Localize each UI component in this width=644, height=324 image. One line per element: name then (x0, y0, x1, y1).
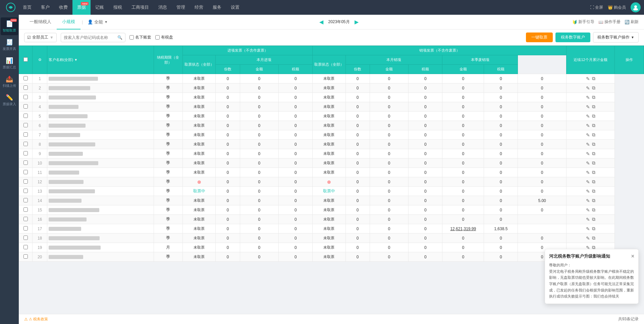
edit-btn[interactable]: ✎ (586, 95, 590, 100)
under-account-checkbox[interactable]: 名下账套 (129, 35, 151, 40)
row-checkbox[interactable] (23, 76, 28, 80)
edit-btn[interactable]: ✎ (586, 236, 590, 241)
edit-btn[interactable]: ✎ (586, 114, 590, 119)
user-avatar[interactable] (631, 2, 641, 12)
edit-btn[interactable]: ✎ (586, 142, 590, 147)
copy-btn[interactable]: ⧉ (592, 216, 595, 222)
nav-fee[interactable]: 收费 (54, 0, 72, 15)
manual-link[interactable]: 📖 操作手册 (598, 19, 621, 25)
copy-btn[interactable]: ⧉ (592, 85, 595, 91)
edit-btn[interactable]: ✎ (586, 189, 590, 194)
th-period[interactable]: 纳税期限（全部） (154, 46, 183, 74)
copy-btn[interactable]: ⧉ (592, 76, 595, 81)
copy-btn[interactable]: ⧉ (592, 123, 595, 128)
copy-btn[interactable]: ⧉ (592, 170, 595, 175)
copy-btn[interactable]: ⧉ (592, 226, 595, 232)
digital-tax-op-btn[interactable]: 税务数字账户操作 ▼ (593, 32, 639, 43)
edit-btn[interactable]: ✎ (586, 123, 590, 128)
row-checkbox[interactable] (23, 217, 28, 221)
nav-accounting[interactable]: 记账 (91, 0, 109, 15)
logo[interactable] (3, 0, 18, 15)
edit-btn[interactable]: ✎ (586, 151, 590, 156)
copy-btn[interactable]: ⧉ (592, 113, 595, 119)
sidebar-item-open-invoice[interactable]: 🧾 发票开具 (1, 36, 18, 54)
refresh-link[interactable]: 🔄 刷新 (625, 19, 639, 25)
copy-btn[interactable]: ⧉ (592, 132, 595, 138)
row-checkbox[interactable] (23, 151, 28, 155)
has-taxbox-checkbox[interactable]: 有税盘 (155, 35, 173, 40)
select-all-checkbox[interactable] (23, 57, 28, 62)
copy-btn[interactable]: ⧉ (592, 179, 595, 185)
row-checkbox[interactable] (23, 226, 28, 231)
th-customer-name[interactable]: 客户名称(全部) ▼ (47, 46, 154, 74)
edit-btn[interactable]: ✎ (586, 76, 590, 81)
nav-tax[interactable]: 报税 (109, 0, 127, 15)
employee-filter[interactable]: ☑ 全部员工 ▼ (24, 33, 57, 42)
row-checkbox[interactable] (23, 254, 28, 259)
subtab-allround[interactable]: 👤 全能 ▼ (84, 19, 111, 25)
nav-home[interactable]: 首页 (18, 0, 36, 15)
row-checkbox[interactable] (23, 179, 28, 184)
copy-btn[interactable]: ⧉ (592, 188, 595, 194)
row-checkbox[interactable] (23, 95, 28, 99)
search-icon[interactable]: 🔍 (117, 35, 122, 40)
edit-btn[interactable]: ✎ (586, 85, 590, 91)
nav-bizproject[interactable]: 工商项目 (127, 0, 154, 15)
sidebar-item-smart-ticket[interactable]: 📄 智能取票 new (1, 17, 18, 35)
subtab-small[interactable]: 小规模 (57, 15, 80, 29)
nav-invoice[interactable]: 票据 new (72, 0, 91, 15)
digital-tax-btn[interactable]: 税务数字账户 (555, 33, 590, 42)
row-checkbox[interactable] (23, 85, 28, 90)
nav-manage[interactable]: 管理 (172, 0, 190, 15)
nav-customer[interactable]: 客户 (36, 0, 54, 15)
edit-btn[interactable]: ✎ (586, 207, 590, 213)
copy-btn[interactable]: ⧉ (592, 198, 595, 203)
new-guide-link[interactable]: 🔰 新手引导 (572, 19, 594, 25)
row-checkbox[interactable] (23, 142, 28, 146)
row-checkbox[interactable] (23, 189, 28, 193)
notif-close-btn[interactable]: × (631, 253, 634, 259)
edit-btn[interactable]: ✎ (586, 160, 590, 166)
one-key-ticket-btn[interactable]: 一键取票 (526, 33, 553, 42)
sidebar-item-entry[interactable]: ✏️ 票据录入 (1, 91, 18, 109)
row-checkbox[interactable] (23, 198, 28, 202)
edit-btn[interactable]: ✎ (586, 217, 590, 222)
sidebar-item-summary[interactable]: 📊 票据汇总 (1, 54, 18, 72)
copy-btn[interactable]: ⧉ (592, 207, 595, 213)
edit-btn[interactable]: ✎ (586, 132, 590, 138)
copy-btn[interactable]: ⧉ (592, 160, 595, 166)
copy-btn[interactable]: ⧉ (592, 235, 595, 241)
edit-btn[interactable]: ✎ (586, 170, 590, 175)
row-checkbox[interactable] (23, 236, 28, 240)
row-checkbox[interactable] (23, 207, 28, 212)
sidebar-item-scan-upload[interactable]: 📤 扫描上传 (1, 73, 18, 90)
period-prev-btn[interactable]: ◀ (317, 18, 325, 26)
nav-settings[interactable]: 设置 (226, 0, 244, 15)
period-next-btn[interactable]: ▶ (353, 18, 361, 26)
copy-btn[interactable]: ⧉ (592, 94, 595, 100)
row-checkbox[interactable] (23, 104, 28, 109)
search-input[interactable] (64, 35, 117, 40)
row-checkbox[interactable] (23, 245, 28, 249)
row-checkbox[interactable] (23, 123, 28, 127)
copy-btn[interactable]: ⧉ (592, 104, 595, 110)
nav-message[interactable]: 消息 (154, 0, 172, 15)
copy-btn[interactable]: ⧉ (592, 141, 595, 147)
vip-btn[interactable]: 👑 购会员 (608, 5, 626, 10)
row-checkbox[interactable] (23, 114, 28, 118)
row-checkbox[interactable] (23, 132, 28, 137)
tax-policy-link[interactable]: ⚠ ⚠ 税务政策 (24, 317, 48, 322)
search-box[interactable]: 🔍 (61, 33, 125, 42)
nav-service[interactable]: 服务 (208, 0, 226, 15)
edit-btn[interactable]: ✎ (586, 104, 590, 110)
edit-btn[interactable]: ✎ (586, 198, 590, 203)
row-checkbox[interactable] (23, 160, 28, 165)
fullscreen-btn[interactable]: ⛶ 全屏 (590, 5, 603, 10)
subtab-general[interactable]: 一般纳税人 (24, 15, 57, 29)
row-checkbox[interactable] (23, 170, 28, 174)
edit-btn[interactable]: ✎ (586, 179, 590, 185)
th-fetch-status-in[interactable]: 取票状态（全部） (183, 55, 216, 74)
th-fetch-status-out[interactable]: 取票状态（全部） (313, 55, 345, 74)
edit-btn[interactable]: ✎ (586, 226, 590, 232)
nav-operate[interactable]: 经营 (190, 0, 208, 15)
